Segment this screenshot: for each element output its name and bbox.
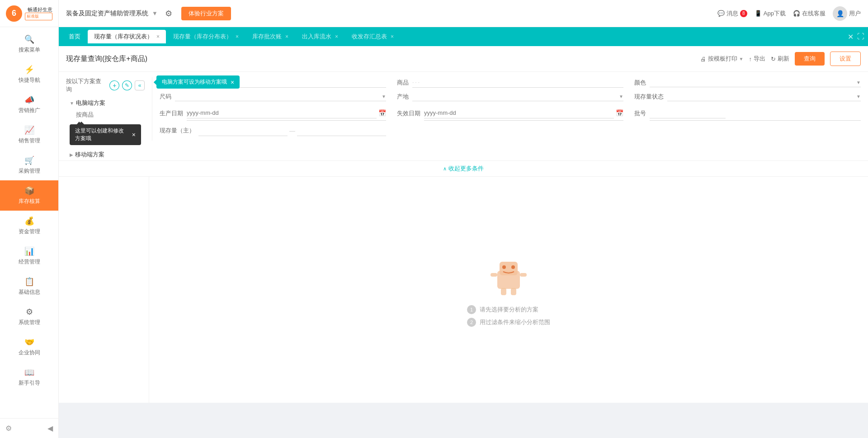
bell-icon: 💬 <box>717 10 725 17</box>
batch-input-area <box>650 106 861 121</box>
tab-inventory-status-close[interactable]: × <box>156 33 160 40</box>
tab-inventory-dist-label: 现存量（库存分布表） <box>173 33 232 41</box>
system-dropdown-icon[interactable]: ▼ <box>152 10 158 17</box>
pc-scheme-child-label: 按商品 <box>76 111 94 119</box>
size-select[interactable]: ▼ <box>175 92 386 101</box>
gear-icon: ⚙ <box>26 307 33 317</box>
export-label: 导出 <box>754 55 765 63</box>
collapse-up-icon: ∧ <box>443 166 447 172</box>
sidebar-item-sales[interactable]: 📈 销售管理 <box>0 120 58 150</box>
sidebar-item-purchase[interactable]: 🛒 采购管理 <box>0 150 58 180</box>
notification-action[interactable]: 💬 消息 8 <box>717 9 747 18</box>
filter-row-2: 尺码 ▼ 产地 ▼ <box>160 92 861 106</box>
tab-in-out-flow-label: 出入库流水 <box>302 33 331 41</box>
industry-button[interactable]: 体验行业方案 <box>181 7 231 20</box>
sidebar-item-inventory[interactable]: 📦 库存核算 <box>0 180 58 211</box>
pc-scheme-child-1[interactable]: 按商品 <box>66 109 145 121</box>
online-support-action[interactable]: 🎧 在线客服 <box>793 9 826 18</box>
pc-scheme-row[interactable]: ▼ 电脑端方案 <box>66 97 145 109</box>
refresh-button[interactable]: ↻ 刷新 <box>771 55 789 63</box>
left-scheme-panel <box>59 177 149 403</box>
sidebar-item-enterprise[interactable]: 🤝 企业协同 <box>0 332 58 362</box>
tooltip1-close[interactable]: × <box>231 79 234 86</box>
tab-receipt-summary-close[interactable]: × <box>391 33 394 40</box>
filter-label-row: 按以下方案查询 + ✎ « 电脑方案可设为移动方案哦 × <box>66 77 145 94</box>
tab-in-out-flow[interactable]: 出入库流水 × <box>296 30 344 43</box>
batch-input[interactable] <box>650 108 726 118</box>
filter-row-3: 生产日期 📅 失效日期 📅 <box>160 106 861 125</box>
sidebar-item-finance[interactable]: 💰 资金管理 <box>0 211 58 241</box>
settings-button[interactable]: 设置 <box>830 52 861 66</box>
user-action[interactable]: 👤 用户 <box>833 6 861 21</box>
tab-inventory-status[interactable]: 现存量（库存状况表） × <box>88 30 166 43</box>
collapse-button[interactable]: ∧ 收起更多条件 <box>59 160 868 176</box>
sidebar-label-marketing: 营销推广 <box>19 107 40 114</box>
sidebar-item-quick[interactable]: ⚡ 快捷导航 <box>0 59 58 89</box>
refresh-icon: ↻ <box>771 56 776 62</box>
chart-icon: 📈 <box>24 125 34 135</box>
lightning-icon: ⚡ <box>24 65 34 75</box>
mobile-scheme-label: 移动端方案 <box>75 151 104 159</box>
add-scheme-button[interactable]: + <box>109 80 119 90</box>
size-dropdown-icon: ▼ <box>382 94 386 99</box>
stock-main-from-input[interactable] <box>198 125 288 136</box>
origin-select[interactable]: ▼ <box>412 92 623 101</box>
tab-maximize-icon[interactable]: ⛶ <box>857 33 864 41</box>
page-title-bar: 现存量查询(按仓库+商品) 🖨 按模板打印 ▼ ↑ 导出 ↻ 刷新 查询 设置 <box>59 46 868 72</box>
stock-main-to-input[interactable] <box>297 125 386 136</box>
tab-batch-ledger[interactable]: 库存批次账 × <box>246 30 295 43</box>
tooltip2-close[interactable]: × <box>132 131 136 138</box>
tab-inventory-dist[interactable]: 现存量（库存分布表） × <box>167 30 245 43</box>
stock-main-label: 现存量（主） <box>160 127 195 135</box>
mobile-scheme-row[interactable]: ▶ 移动端方案 <box>66 149 145 160</box>
print-button[interactable]: 🖨 按模板打印 ▼ <box>700 55 744 63</box>
sidebar-item-system[interactable]: ⚙ 系统管理 <box>0 301 58 332</box>
user-label: 用户 <box>849 9 861 18</box>
sidebar-item-marketing[interactable]: 📣 营销推广 <box>0 89 58 120</box>
svg-rect-6 <box>501 288 506 295</box>
expiry-date-input[interactable] <box>424 108 614 118</box>
expiry-date-filter-item: 失效日期 📅 <box>397 106 623 121</box>
empty-step-2: 2 用过滤条件来缩小分析范围 <box>467 318 550 327</box>
prod-date-calendar-icon[interactable]: 📅 <box>378 109 386 117</box>
stock-main-filter-item: 现存量（主） — <box>160 125 386 136</box>
tab-in-out-flow-close[interactable]: × <box>335 33 338 40</box>
stock-status-select[interactable]: ▼ <box>667 92 861 101</box>
sidebar-item-basic[interactable]: 📋 基础信息 <box>0 271 58 301</box>
goods-select[interactable]: ··· <box>412 77 623 88</box>
export-button[interactable]: ↑ 导出 <box>749 55 766 63</box>
settings-gear-icon[interactable]: ⚙ <box>165 9 172 19</box>
app-download-action[interactable]: 📱 App下载 <box>755 9 786 18</box>
tab-close-all-icon[interactable]: ✕ <box>848 33 854 41</box>
filter-row-1: 仓库 ··· 商品 ··· <box>160 77 861 92</box>
expiry-date-calendar-icon[interactable]: 📅 <box>616 109 623 117</box>
tab-receipt-summary[interactable]: 收发存汇总表 × <box>345 30 400 43</box>
sidebar-label-finance: 资金管理 <box>19 228 40 235</box>
color-dropdown-icon: ▼ <box>856 80 861 85</box>
tab-home[interactable]: 首页 <box>62 30 87 43</box>
collapse-sidebar-icon[interactable]: ◀ <box>47 424 53 433</box>
filter-row-4: 现存量（主） — <box>160 125 861 141</box>
expiry-date-label: 失效日期 <box>397 109 420 118</box>
print-label: 按模板打印 <box>708 55 737 63</box>
tab-batch-ledger-close[interactable]: × <box>285 33 288 40</box>
edit-scheme-button[interactable]: ✎ <box>122 80 132 90</box>
settings-bottom-icon[interactable]: ⚙ <box>5 424 12 433</box>
clipboard-icon: 📋 <box>24 277 34 287</box>
stock-status-filter-item: 现存量状态 ▼ <box>634 92 861 101</box>
query-button[interactable]: 查询 <box>795 52 825 66</box>
size-filter-item: 尺码 ▼ <box>160 92 386 101</box>
sidebar: 6 畅通好生意 标准版 🔍 搜索菜单 ⚡ 快捷导航 📣 营销推广 📈 销售管理 … <box>0 0 59 438</box>
filter-label: 按以下方案查询 <box>66 77 107 94</box>
sidebar-item-operations[interactable]: 📊 经营管理 <box>0 241 58 271</box>
tab-inventory-dist-close[interactable]: × <box>236 33 239 40</box>
sidebar-nav: 🔍 搜索菜单 ⚡ 快捷导航 📣 营销推广 📈 销售管理 🛒 采购管理 📦 库存核… <box>0 27 58 418</box>
prod-date-input[interactable] <box>187 108 377 118</box>
empty-state-content: 1 请先选择要分析的方案 2 用过滤条件来缩小分析范围 <box>467 253 550 327</box>
sidebar-item-search[interactable]: 🔍 搜索菜单 <box>0 29 58 59</box>
sidebar-item-guide[interactable]: 📖 新手引导 <box>0 362 58 392</box>
print-dropdown-icon: ▼ <box>739 57 744 61</box>
back-scheme-button[interactable]: « <box>135 80 145 90</box>
color-select[interactable]: ▼ <box>650 78 861 87</box>
expiry-date-input-area: 📅 <box>424 106 623 121</box>
